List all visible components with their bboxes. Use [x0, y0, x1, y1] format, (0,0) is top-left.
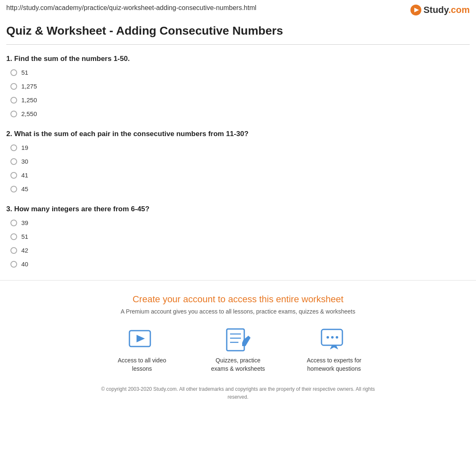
- question-2-option-3[interactable]: 41: [6, 172, 470, 179]
- question-3-option-1[interactable]: 39: [6, 219, 470, 226]
- answer-label-q2-o1: 19: [21, 144, 28, 151]
- svg-rect-4: [227, 329, 244, 351]
- question-2-text: 2. What is the sum of each pair in the c…: [6, 130, 470, 138]
- footer-text: © copyright 2003-2020 Study.com. All oth…: [92, 385, 384, 401]
- radio-q3-o1[interactable]: [10, 220, 17, 226]
- svg-point-9: [327, 336, 329, 339]
- question-2-option-2[interactable]: 30: [6, 158, 470, 165]
- feature-icon-expert: [319, 327, 349, 352]
- logo-text: Study.com: [423, 5, 470, 15]
- page-title: Quiz & Worksheet - Adding Consecutive Nu…: [6, 24, 470, 38]
- feature-item-3: Access to experts for homework questions: [303, 327, 365, 373]
- answer-label-q2-o3: 41: [21, 172, 28, 179]
- feature-label-2: Quizzes, practice exams & worksheets: [207, 357, 269, 373]
- question-1-text: 1. Find the sum of the numbers 1-50.: [6, 55, 470, 63]
- radio-q1-o3[interactable]: [10, 97, 17, 104]
- feature-icon-quiz: [223, 327, 253, 352]
- radio-q1-o1[interactable]: [10, 69, 17, 76]
- radio-q1-o2[interactable]: [10, 83, 17, 90]
- feature-icon-video: [127, 327, 157, 352]
- answer-label-q3-o4: 40: [21, 261, 28, 268]
- svg-marker-3: [137, 335, 145, 342]
- title-divider: [6, 44, 470, 45]
- radio-q2-o3[interactable]: [10, 172, 17, 179]
- feature-item-1: Access to all video lessons: [111, 327, 173, 373]
- radio-q2-o1[interactable]: [10, 144, 17, 151]
- questions-container: 1. Find the sum of the numbers 1-50.511,…: [6, 55, 470, 268]
- question-1-option-1[interactable]: 51: [6, 69, 470, 76]
- answer-label-q2-o2: 30: [21, 158, 28, 165]
- question-2-option-4[interactable]: 45: [6, 185, 470, 192]
- radio-q3-o2[interactable]: [10, 233, 17, 240]
- answer-label-q3-o1: 39: [21, 219, 28, 226]
- url-text: http://study.com/academy/practice/quiz-w…: [6, 4, 256, 11]
- feature-label-1: Access to all video lessons: [111, 357, 173, 373]
- question-3-option-2[interactable]: 51: [6, 233, 470, 240]
- question-1-option-3[interactable]: 1,250: [6, 96, 470, 104]
- answer-label-q3-o2: 51: [21, 233, 28, 240]
- answer-label-q1-o1: 51: [21, 69, 28, 76]
- radio-q1-o4[interactable]: [10, 111, 17, 117]
- question-3-text: 3. How many integers are there from 6-45…: [6, 205, 470, 213]
- radio-q2-o4[interactable]: [10, 186, 17, 192]
- svg-point-10: [331, 336, 334, 339]
- answer-label-q1-o2: 1,275: [21, 83, 37, 90]
- url-bar: http://study.com/academy/practice/quiz-w…: [6, 4, 256, 12]
- radio-q3-o3[interactable]: [10, 247, 17, 254]
- question-2: 2. What is the sum of each pair in the c…: [6, 130, 470, 192]
- answer-label-q3-o3: 42: [21, 247, 28, 254]
- question-3: 3. How many integers are there from 6-45…: [6, 205, 470, 268]
- answer-label-q2-o4: 45: [21, 185, 28, 192]
- question-3-option-4[interactable]: 40: [6, 261, 470, 268]
- logo: Study.com: [410, 4, 470, 16]
- feature-item-2: Quizzes, practice exams & worksheets: [207, 327, 269, 373]
- answer-label-q1-o4: 2,550: [21, 110, 37, 117]
- question-2-option-1[interactable]: 19: [6, 144, 470, 151]
- cta-title: Create your account to access this entir…: [8, 294, 468, 305]
- svg-point-11: [336, 336, 338, 339]
- question-1: 1. Find the sum of the numbers 1-50.511,…: [6, 55, 470, 117]
- cta-section: Create your account to access this entir…: [0, 280, 476, 410]
- logo-icon: [410, 4, 422, 16]
- answer-label-q1-o3: 1,250: [21, 96, 37, 104]
- question-1-option-4[interactable]: 2,550: [6, 110, 470, 117]
- cta-subtitle: A Premium account gives you access to al…: [8, 308, 468, 315]
- question-1-option-2[interactable]: 1,275: [6, 83, 470, 90]
- radio-q2-o2[interactable]: [10, 158, 17, 165]
- question-3-option-3[interactable]: 42: [6, 247, 470, 254]
- features-row: Access to all video lessons Quizzes, pra…: [8, 327, 468, 373]
- radio-q3-o4[interactable]: [10, 261, 17, 268]
- feature-label-3: Access to experts for homework questions: [303, 357, 365, 373]
